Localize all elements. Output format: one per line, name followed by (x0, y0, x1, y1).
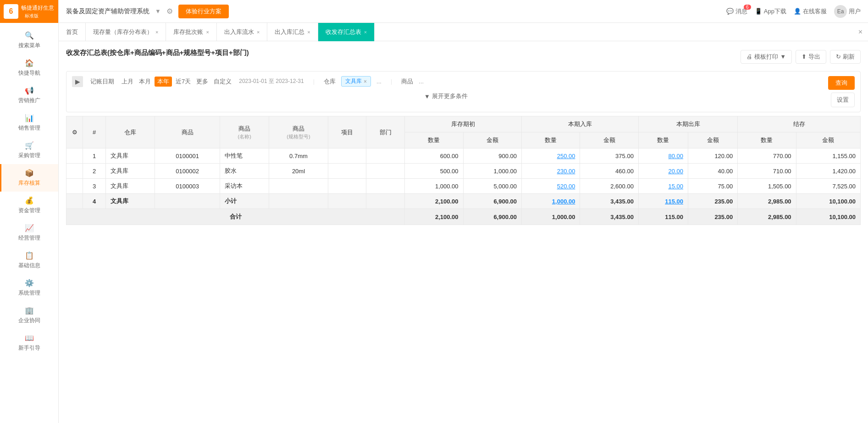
sidebar-item-enterprise[interactable]: 🏢 企业协同 (0, 302, 58, 329)
close-all-btn[interactable]: × (853, 28, 868, 36)
sidebar-item-basic-info[interactable]: 📋 基础信息 (0, 247, 58, 274)
row-spec (269, 179, 328, 194)
tab-inventory-dist-close[interactable]: × (155, 29, 158, 35)
this-month-btn[interactable]: 本月 (137, 77, 153, 87)
row-bal-qty: 2,985.00 (738, 194, 796, 209)
row-in-qty[interactable]: 1,000.00 (522, 194, 580, 209)
tabs-bar: 首页 现存量（库存分布表） × 库存批次账 × 出入库流水 × 出入库汇总 × … (59, 23, 868, 41)
th-warehouse: 仓库 (106, 116, 155, 148)
row-out-qty[interactable]: 115.00 (638, 194, 688, 209)
footer-open-amt: 6,900.00 (463, 209, 521, 225)
system-icon: ⚙️ (25, 279, 34, 287)
row-out-qty[interactable]: 80.00 (638, 148, 688, 164)
row-out-amt: 235.00 (688, 194, 738, 209)
row-out-qty[interactable]: 15.00 (638, 179, 688, 194)
table-row: 3文具库0100003采访本1,000.005,000.00520.002,60… (66, 179, 861, 194)
th-product-code: 商品 (155, 116, 220, 148)
user-label: 用户 (849, 7, 861, 16)
date-filter-label: 记账日期 (90, 77, 114, 86)
th-settings[interactable]: ⚙ (66, 116, 83, 148)
tab-batch-account-close[interactable]: × (206, 29, 209, 35)
tab-batch-account[interactable]: 库存批次账 × (166, 23, 216, 41)
main-content: 收发存汇总表(按仓库+商品编码+商品+规格型号+项目+部门) 🖨 模板打印 ▼ … (59, 41, 868, 423)
last-month-btn[interactable]: 上月 (120, 77, 135, 87)
online-service-btn[interactable]: 👤 在线客服 (794, 7, 827, 16)
expand-conditions-btn[interactable]: ▼ 展开更多条件 (424, 92, 468, 100)
export-icon: ⬆ (802, 53, 807, 60)
sidebar-item-search[interactable]: 🔍 搜索菜单 (0, 27, 58, 54)
sidebar-item-system[interactable]: ⚙️ 系统管理 (0, 274, 58, 302)
more-date-btn[interactable]: 更多 (194, 77, 210, 87)
warehouse-tag-close[interactable]: × (364, 78, 367, 85)
sidebar-item-marketing[interactable]: 📢 营销推广 (0, 82, 58, 109)
phone-icon: 📱 (755, 8, 762, 15)
sidebar-item-inventory[interactable]: 📦 库存核算 (0, 164, 58, 192)
tab-recv-send-summary[interactable]: 收发存汇总表 × (318, 23, 375, 41)
header-dropdown-icon[interactable]: ▼ (155, 8, 161, 15)
row-bal-amt: 1,155.00 (796, 148, 860, 164)
row-in-qty[interactable]: 520.00 (522, 179, 580, 194)
sidebar-item-guide[interactable]: 📖 新手引导 (0, 329, 58, 357)
system-name: 装备及固定资产辅助管理系统 (66, 7, 149, 16)
row-in-qty[interactable]: 250.00 (522, 148, 580, 164)
row-open-qty: 2,100.00 (405, 194, 463, 209)
footer-out-amt: 235.00 (688, 209, 738, 225)
inventory-icon: 📦 (25, 169, 34, 177)
sidebar-item-quick-nav[interactable]: 🏠 快捷导航 (0, 54, 58, 82)
filter-line-1: 记账日期 上月 本月 本年 近7天 更多 自定义 2023-01-01 至 20… (90, 76, 802, 87)
tab-in-out-summary[interactable]: 出入库汇总 × (267, 23, 318, 41)
product-filter-label: 商品 (401, 77, 413, 86)
tab-recv-send-summary-close[interactable]: × (364, 29, 367, 35)
row-no: 3 (83, 179, 106, 194)
table-row: 2文具库0100002胶水20ml500.001,000.00230.00460… (66, 164, 861, 179)
try-btn[interactable]: 体验行业方案 (178, 5, 229, 18)
row-open-amt: 6,900.00 (463, 194, 521, 209)
refresh-btn[interactable]: ↻ 刷新 (830, 50, 861, 64)
row-code: 0100002 (155, 164, 220, 179)
user-btn[interactable]: Ea 用户 (834, 5, 861, 18)
row-in-amt: 2,600.00 (580, 179, 638, 194)
message-btn[interactable]: 💬 消息 6 (726, 7, 747, 16)
filter-toggle-btn[interactable]: ▶ (72, 76, 83, 87)
row-out-qty[interactable]: 20.00 (638, 164, 688, 179)
row-warehouse: 文具库 (106, 179, 155, 194)
refresh-icon: ↻ (836, 53, 841, 60)
row-open-qty: 1,000.00 (405, 179, 463, 194)
row-checkbox (66, 164, 83, 179)
product-more-btn[interactable]: ... (419, 78, 424, 85)
th-open-qty: 数量 (405, 132, 463, 148)
purchase-icon: 🛒 (25, 141, 34, 150)
gear-icon[interactable]: ⚙ (166, 7, 173, 16)
home-icon: 🏠 (25, 59, 34, 67)
settings-btn[interactable]: 设置 (831, 93, 855, 107)
footer-label: 合计 (66, 209, 405, 225)
row-open-amt: 900.00 (463, 148, 521, 164)
logo-icon: 6 (4, 4, 18, 19)
print-btn[interactable]: 🖨 模板打印 ▼ (741, 50, 792, 64)
row-in-amt: 460.00 (580, 164, 638, 179)
custom-date-btn[interactable]: 自定义 (212, 77, 233, 87)
warehouse-tag[interactable]: 文具库 × (341, 76, 371, 87)
query-btn[interactable]: 查询 (828, 76, 855, 90)
row-open-amt: 1,000.00 (463, 164, 521, 179)
row-dept (366, 194, 405, 209)
tab-in-out-flow-close[interactable]: × (257, 29, 260, 35)
tab-in-out-summary-close[interactable]: × (307, 29, 310, 35)
sidebar-item-finance[interactable]: 💰 资金管理 (0, 192, 58, 219)
tab-home[interactable]: 首页 (59, 23, 86, 41)
sidebar-item-purchase[interactable]: 🛒 采购管理 (0, 137, 58, 164)
row-in-qty[interactable]: 230.00 (522, 164, 580, 179)
this-year-btn[interactable]: 本年 (155, 77, 172, 87)
service-icon: 👤 (794, 8, 801, 15)
tab-inventory-dist[interactable]: 现存量（库存分布表） × (86, 23, 166, 41)
warehouse-more-btn[interactable]: ... (376, 78, 381, 85)
app-download-btn[interactable]: 📱 App下载 (755, 7, 786, 16)
page-title: 收发存汇总表(按仓库+商品编码+商品+规格型号+项目+部门) (66, 49, 249, 57)
export-btn[interactable]: ⬆ 导出 (796, 50, 826, 64)
7days-btn[interactable]: 近7天 (174, 77, 193, 87)
sidebar-item-operations[interactable]: 📈 经营管理 (0, 219, 58, 247)
sidebar-item-sales[interactable]: 📊 销售管理 (0, 109, 58, 137)
row-no: 4 (83, 194, 106, 209)
tab-in-out-flow[interactable]: 出入库流水 × (217, 23, 267, 41)
th-product-name: 商品(名称) (220, 116, 269, 148)
